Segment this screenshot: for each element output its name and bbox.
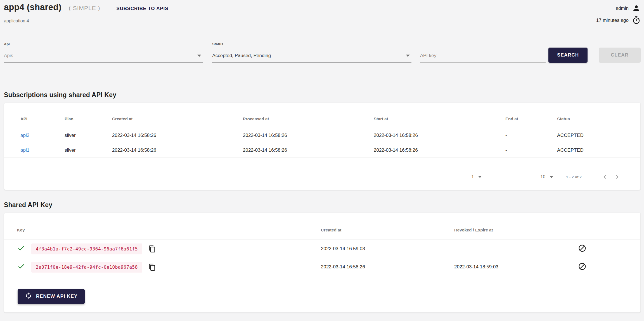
- topbar: app4 (shared) ( SIMPLE ) SUBSCRIBE TO AP…: [4, 2, 641, 25]
- pagination: 1 10 1 - 2 of 2: [4, 164, 640, 190]
- api-link[interactable]: api2: [20, 133, 29, 138]
- subscribe-to-apis-link[interactable]: SUBSCRIBE TO APIS: [117, 6, 169, 11]
- column-header-key: Key: [4, 213, 321, 240]
- renew-api-key-button[interactable]: RENEW API KEY: [18, 289, 85, 304]
- plan-cell: silver: [65, 128, 112, 143]
- created-at-cell: 2022-03-14 16:58:26: [112, 143, 243, 158]
- subscriptions-card: API Plan Created at Processed at Start a…: [4, 103, 641, 190]
- plan-type-badge: ( SIMPLE ): [69, 5, 100, 11]
- start-at-cell: 2022-03-14 16:58:26: [374, 143, 505, 158]
- page-size-value: 10: [540, 174, 545, 179]
- ban-icon[interactable]: [578, 244, 586, 252]
- shared-api-key-card: Key Created at Revoked / Expire at 4f3a4…: [4, 213, 641, 313]
- processed-at-cell: 2022-03-14 16:58:26: [243, 128, 374, 143]
- key-revoked-at-cell: [454, 240, 558, 258]
- column-header-start-at: Start at: [374, 103, 505, 128]
- api-select-label: Api: [4, 42, 203, 46]
- status-select[interactable]: Accepted, Paused, Pending: [212, 53, 411, 63]
- column-header-created-at: Created at: [112, 103, 243, 128]
- user-name: admin: [616, 6, 629, 11]
- column-header-created-at: Created at: [321, 213, 454, 240]
- clear-button[interactable]: CLEAR: [599, 48, 641, 63]
- subscription-filters: Api Apis Status Accepted, Paused, Pendin…: [4, 42, 641, 63]
- column-header-end-at: End at: [505, 103, 557, 128]
- status-select-label: Status: [212, 42, 411, 46]
- chevron-left-icon[interactable]: [601, 173, 609, 181]
- application-page: app4 (shared) ( SIMPLE ) SUBSCRIBE TO AP…: [0, 0, 644, 321]
- chevron-down-icon: [197, 55, 201, 57]
- table-row: api2 silver 2022-03-14 16:58:26 2022-03-…: [4, 128, 640, 143]
- shared-api-key-header-row: Key Created at Revoked / Expire at: [4, 213, 640, 240]
- topbar-right: admin 17 minutes ago: [596, 2, 641, 25]
- timer-icon: [632, 16, 641, 25]
- api-key-value: 4f3a4b1a-f7c2-49cc-9364-96aa7f6a61f5: [31, 243, 142, 254]
- copy-icon[interactable]: [148, 263, 156, 271]
- processed-at-cell: 2022-03-14 16:58:26: [243, 143, 374, 158]
- created-at-cell: 2022-03-14 16:58:26: [112, 128, 243, 143]
- api-link[interactable]: api1: [20, 147, 29, 153]
- key-revoked-at-cell: 2022-03-14 18:59:03: [454, 258, 558, 276]
- api-key-value: 2a071f0e-18e9-42fa-94fc-0e10ba967a58: [31, 262, 142, 273]
- renew-api-key-label: RENEW API KEY: [36, 294, 77, 299]
- table-row: api1 silver 2022-03-14 16:58:26 2022-03-…: [4, 143, 640, 158]
- subscriptions-section-title: Subscriptions using shared API Key: [4, 91, 641, 99]
- pagination-range: 1 - 2 of 2: [566, 175, 582, 179]
- column-header-revoked-expire-at: Revoked / Expire at: [454, 213, 558, 240]
- page-select[interactable]: 1: [472, 174, 482, 179]
- api-select[interactable]: Apis: [4, 53, 203, 63]
- check-icon: [17, 244, 25, 254]
- column-header-plan: Plan: [65, 103, 112, 128]
- search-button[interactable]: SEARCH: [548, 48, 588, 63]
- chevron-down-icon: [550, 176, 553, 178]
- subscriptions-table: API Plan Created at Processed at Start a…: [4, 103, 640, 158]
- key-created-at-cell: 2022-03-14 16:59:03: [321, 240, 454, 258]
- application-description: application 4: [4, 18, 168, 24]
- status-select-field: Status Accepted, Paused, Pending: [212, 42, 411, 63]
- autorenew-icon: [25, 292, 32, 301]
- status-select-value: Accepted, Paused, Pending: [212, 53, 271, 58]
- column-header-api: API: [4, 103, 65, 128]
- page-select-value: 1: [472, 174, 474, 179]
- column-header-actions: [558, 213, 640, 240]
- end-at-cell: -: [505, 128, 557, 143]
- status-cell: ACCEPTED: [557, 143, 640, 158]
- check-icon: [17, 262, 25, 272]
- api-key-input[interactable]: [420, 53, 546, 63]
- status-cell: ACCEPTED: [557, 128, 640, 143]
- api-key-field: [420, 53, 546, 63]
- table-row: 2a071f0e-18e9-42fa-94fc-0e10ba967a58 202…: [4, 258, 640, 276]
- chevron-down-icon: [406, 55, 410, 57]
- copy-icon[interactable]: [148, 245, 156, 253]
- start-at-cell: 2022-03-14 16:58:26: [374, 128, 505, 143]
- last-activity-text: 17 minutes ago: [596, 18, 629, 23]
- chevron-down-icon: [478, 176, 482, 178]
- shared-api-key-section-title: Shared API Key: [4, 201, 641, 209]
- shared-api-key-table: Key Created at Revoked / Expire at 4f3a4…: [4, 213, 640, 276]
- api-select-value: Apis: [4, 53, 13, 58]
- topbar-left: app4 (shared) ( SIMPLE ) SUBSCRIBE TO AP…: [4, 2, 168, 24]
- end-at-cell: -: [505, 143, 557, 158]
- page-size-select[interactable]: 10: [540, 174, 553, 179]
- ban-icon[interactable]: [578, 262, 586, 271]
- chevron-right-icon[interactable]: [614, 173, 621, 181]
- column-header-processed-at: Processed at: [243, 103, 374, 128]
- person-icon[interactable]: [632, 4, 641, 13]
- plan-cell: silver: [65, 143, 112, 158]
- key-created-at-cell: 2022-03-14 16:58:26: [321, 258, 454, 276]
- column-header-status: Status: [557, 103, 640, 128]
- subscriptions-header-row: API Plan Created at Processed at Start a…: [4, 103, 640, 128]
- renew-row: RENEW API KEY: [4, 276, 640, 312]
- page-title: app4 (shared): [4, 2, 61, 12]
- api-select-field: Api Apis: [4, 42, 203, 63]
- table-row: 4f3a4b1a-f7c2-49cc-9364-96aa7f6a61f5 202…: [4, 240, 640, 258]
